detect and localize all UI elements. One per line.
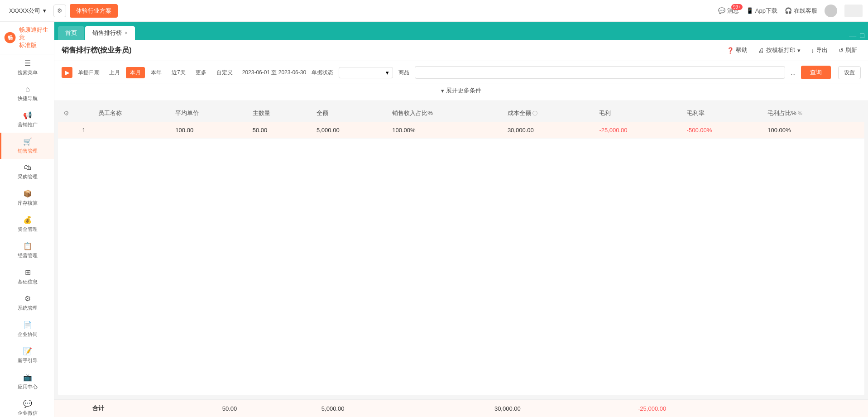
footer-row: 合计 50.00 5,000.00 30,000.00 -25,000.00 (54, 400, 868, 417)
sidebar-item-inventory[interactable]: 📦 库存核算 (0, 185, 54, 211)
gross-pct-info-icon[interactable]: % (798, 110, 802, 116)
sidebar-item-operations[interactable]: 📋 经营管理 (0, 237, 54, 264)
print-btn[interactable]: 🖨 按模板打印 ▾ (755, 44, 804, 56)
tab-sales-ranking[interactable]: 销售排行榜 × (85, 26, 135, 40)
page-content: 销售排行榜(按业务员) ❓ 帮助 🖨 按模板打印 ▾ ↓ 导出 (54, 40, 868, 417)
search-menu-icon: ☰ (24, 59, 31, 67)
message-button[interactable]: 💬 消息 99+ (718, 7, 739, 15)
th-gross-rate: 毛利率 (681, 105, 762, 122)
td-rank: 1 (75, 122, 93, 139)
query-button[interactable]: 查询 (801, 66, 831, 79)
tab-bar: 首页 销售排行榜 × — □ (54, 22, 868, 40)
td-main-qty: 50.00 (247, 122, 311, 139)
th-gross-pct: 毛利占比% % (762, 105, 864, 122)
filter-row-1: ▶ 单据日期 上月 本月 本年 近7天 更多 自定义 2023-06-01 至 … (62, 66, 861, 79)
more-filters-icon[interactable]: ... (791, 69, 796, 76)
footer-amount: 5,000.00 (316, 400, 447, 417)
filter-bar: ▶ 单据日期 上月 本月 本年 近7天 更多 自定义 2023-06-01 至 … (54, 61, 868, 101)
tab-close-btn[interactable]: × (125, 30, 128, 36)
date-curr-month-btn[interactable]: 本月 (126, 67, 145, 78)
refresh-btn[interactable]: ↺ 刷新 (835, 44, 861, 56)
header-right: 💬 消息 99+ 📱 App下载 🎧 在线客服 (718, 5, 863, 17)
date-label: 单据日期 (78, 69, 100, 77)
online-service-button[interactable]: 🎧 在线客服 (785, 7, 817, 15)
td-name (93, 122, 170, 139)
export-icon: ↓ (811, 47, 815, 54)
home-icon: ⌂ (25, 85, 30, 93)
sidebar-item-quick-nav[interactable]: ⌂ 快捷导航 (0, 81, 54, 106)
sales-ranking-table: ⚙ 员工名称 平均单价 主数量 (58, 105, 864, 139)
sidebar-item-wechat[interactable]: 💬 企业微信 (0, 395, 54, 417)
status-select[interactable]: ▾ (339, 67, 393, 78)
footer-gross-rate (784, 400, 826, 417)
th-amount: 全额 (311, 105, 387, 122)
help-btn[interactable]: ❓ 帮助 (723, 44, 751, 56)
tab-bar-right: — □ (845, 32, 868, 40)
date-prev-month-btn[interactable]: 上月 (105, 67, 124, 78)
app-download-button[interactable]: 📱 App下载 (746, 7, 777, 15)
expand-conditions-btn[interactable]: ▾ 展开更多条件 (437, 85, 485, 96)
sales-icon: 🛒 (23, 137, 32, 146)
sidebar-item-guide[interactable]: 📝 新手引导 (0, 342, 54, 369)
top-header: XXXXX公司 ▾ ⚙ 体验行业方案 💬 消息 99+ 📱 App下载 🎧 在线… (0, 0, 868, 22)
filter-toggle-btn[interactable]: ▶ (62, 67, 72, 78)
date-more-btn[interactable]: 更多 (192, 67, 211, 78)
th-name: 员工名称 (93, 105, 170, 122)
guide-icon: 📝 (23, 347, 32, 355)
data-table-container: ⚙ 员工名称 平均单价 主数量 (58, 105, 864, 395)
date-custom-btn[interactable]: 自定义 (212, 67, 237, 78)
td-icon (58, 122, 75, 139)
th-cost: 成本全额 ⓘ (502, 105, 594, 122)
td-avg-price: 100.00 (170, 122, 247, 139)
th-main-qty: 主数量 (247, 105, 311, 122)
user-avatar[interactable] (825, 5, 837, 17)
td-gross: -25,000.00 (594, 122, 681, 139)
sidebar-item-purchase[interactable]: 🛍 采购管理 (0, 159, 54, 185)
sidebar-item-system[interactable]: ⚙ 系统管理 (0, 290, 54, 316)
th-icon: ⚙ (58, 105, 75, 122)
print-icon: 🖨 (758, 47, 764, 54)
wechat-icon: 💬 (23, 399, 32, 408)
footer-gross: -25,000.00 (633, 400, 784, 417)
sidebar-item-sales[interactable]: 🛒 销售管理 (0, 133, 54, 159)
sidebar-item-app-center[interactable]: 📺 应用中心 (0, 369, 54, 395)
sidebar-item-basic-info[interactable]: ⊞ 基础信息 (0, 264, 54, 290)
enterprise-icon: 📄 (23, 321, 32, 329)
cost-info-icon[interactable]: ⓘ (532, 110, 537, 116)
sidebar-item-enterprise[interactable]: 📄 企业协同 (0, 316, 54, 342)
marketing-icon: 📢 (23, 111, 32, 120)
purchase-icon: 🛍 (24, 163, 31, 172)
operations-icon: 📋 (23, 242, 32, 250)
date-7days-btn[interactable]: 近7天 (168, 67, 190, 78)
table-settings-button[interactable]: 设置 (838, 66, 861, 79)
footer-sales-pct (447, 400, 489, 417)
tab-maximize-btn[interactable]: □ (860, 32, 864, 40)
expand-icon: ▾ (441, 87, 444, 94)
company-selector[interactable]: XXXXX公司 ▾ (5, 5, 50, 17)
export-btn[interactable]: ↓ 导出 (808, 44, 832, 56)
phone-icon: 📱 (746, 7, 753, 14)
message-badge: 99+ (731, 4, 743, 10)
tab-home[interactable]: 首页 (58, 26, 84, 40)
print-chevron-icon: ▾ (797, 47, 801, 54)
tab-minimize-btn[interactable]: — (849, 32, 856, 40)
footer-rank-col (69, 400, 87, 417)
sidebar-item-marketing[interactable]: 📢 营销推广 (0, 106, 54, 133)
td-amount: 5,000.00 (311, 122, 387, 139)
main-layout: 畅 畅康通好生意 标准版 ☰ 搜索菜单 ⌂ 快捷导航 📢 营销推广 🛒 销售管理… (0, 22, 868, 417)
sidebar-item-search[interactable]: ☰ 搜索菜单 (0, 54, 54, 81)
help-icon: ❓ (727, 47, 734, 54)
status-chevron-icon: ▾ (386, 69, 389, 76)
trial-button[interactable]: 体验行业方案 (70, 4, 118, 18)
settings-icon[interactable]: ⚙ (53, 5, 66, 17)
app-logo-text: 畅康通好生意 标准版 (19, 26, 50, 49)
td-sales-pct: 100.00% (387, 122, 502, 139)
page-header: 销售排行榜(按业务员) ❓ 帮助 🖨 按模板打印 ▾ ↓ 导出 (54, 40, 868, 61)
date-year-btn[interactable]: 本年 (147, 67, 166, 78)
page-title: 销售排行榜(按业务员) (62, 46, 132, 55)
sidebar-item-finance[interactable]: 💰 资金管理 (0, 211, 54, 237)
app-center-icon: 📺 (23, 373, 32, 382)
table-header-row: ⚙ 员工名称 平均单价 主数量 (58, 105, 864, 122)
footer-icon-col (54, 400, 69, 417)
goods-input[interactable] (415, 66, 785, 79)
